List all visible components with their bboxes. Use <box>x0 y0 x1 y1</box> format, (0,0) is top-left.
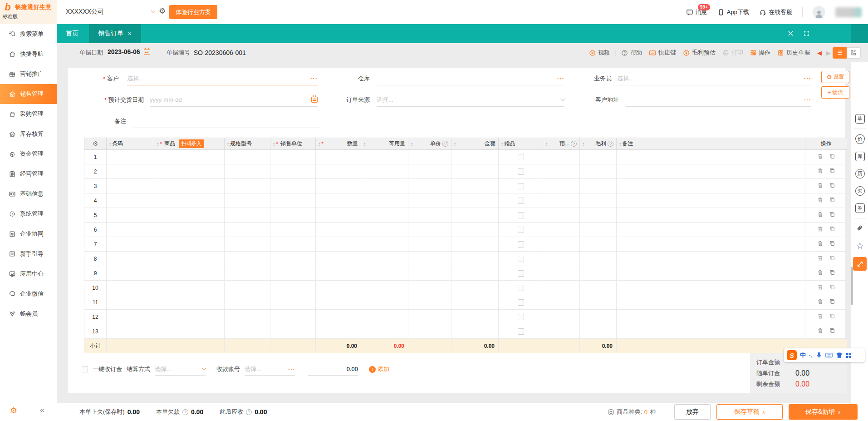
grid-cell-spec[interactable] <box>225 179 270 193</box>
grid-cell-unit[interactable] <box>270 281 316 295</box>
grid-cell-remark[interactable] <box>617 150 805 164</box>
grid-cell-barcode[interactable] <box>107 237 154 252</box>
grid-cell-amount[interactable] <box>451 295 499 310</box>
grid-cell-unit[interactable] <box>270 252 316 266</box>
quick-deposit-checkbox[interactable] <box>82 366 88 372</box>
avatar[interactable] <box>813 6 825 19</box>
sidebar-item-member[interactable]: 畅会员 <box>0 304 57 324</box>
delivery-date-field[interactable] <box>150 93 318 107</box>
ime-mode-chinese[interactable]: 中 <box>800 351 806 359</box>
close-all-icon[interactable] <box>788 30 794 38</box>
grid-cell-pre[interactable] <box>543 179 580 193</box>
sidebar-item-money[interactable]: 资金管理 <box>0 144 57 164</box>
warehouse-input[interactable] <box>377 75 555 82</box>
sort-arrows-icon[interactable]: ▴▾ <box>227 142 229 146</box>
grid-cell-pre[interactable] <box>543 295 580 310</box>
sort-arrows-icon[interactable]: ▴▾ <box>109 142 111 146</box>
toolbar-keys-button[interactable]: 快捷键 <box>649 49 676 57</box>
skin-icon[interactable] <box>836 352 843 358</box>
strip-arrears-button[interactable]: 欠 <box>851 182 868 199</box>
copy-icon[interactable] <box>829 153 835 159</box>
trash-icon[interactable] <box>817 313 824 319</box>
gift-checkbox[interactable] <box>518 227 524 233</box>
sidebar-item-idcard[interactable]: 基础信息 <box>0 184 57 204</box>
grid-cell-spec[interactable] <box>225 310 270 324</box>
grid-cell-avail[interactable] <box>361 164 408 179</box>
sidebar-item-bag[interactable]: 采购管理 <box>0 104 57 124</box>
remark-field[interactable] <box>133 114 320 128</box>
copy-icon[interactable] <box>829 226 835 232</box>
keyboard-icon[interactable] <box>825 352 833 358</box>
toolbar-history-button[interactable]: 历史单据 <box>777 49 810 57</box>
trash-icon[interactable] <box>817 182 824 188</box>
grid-cell-pre[interactable] <box>543 252 580 266</box>
grid-cell-avail[interactable] <box>361 237 408 252</box>
sidebar-settings-gear-icon[interactable]: ⚙ <box>10 406 17 415</box>
sidebar-item-warehouse[interactable]: 库存核算 <box>0 124 57 144</box>
sidebar-item-clipboard[interactable]: 经营管理 <box>0 164 57 184</box>
trash-icon[interactable] <box>817 298 824 305</box>
gift-checkbox[interactable] <box>518 285 524 291</box>
grid-cell-barcode[interactable] <box>107 324 154 339</box>
strip-draft-button[interactable]: 草 <box>851 110 868 127</box>
grid-cell-price[interactable] <box>408 310 451 324</box>
grid-cell-product[interactable] <box>154 310 225 324</box>
grid-cell-qty[interactable] <box>316 164 361 179</box>
help-icon[interactable]: ? <box>608 141 613 147</box>
gift-checkbox[interactable] <box>518 299 524 306</box>
grid-cell-pre[interactable] <box>543 281 580 295</box>
column-header-product[interactable]: ▴▾*商品扫码录入 <box>154 138 225 150</box>
grid-cell-spec[interactable] <box>225 266 270 281</box>
column-header-avail[interactable]: ▴▾可用量 <box>361 138 408 150</box>
grid-cell-price[interactable] <box>408 179 451 193</box>
help-icon[interactable]: ? <box>246 409 252 415</box>
grid-cell-unit[interactable] <box>270 164 316 179</box>
trash-icon[interactable] <box>817 211 824 218</box>
grid-cell-barcode[interactable] <box>107 252 154 266</box>
copy-icon[interactable] <box>829 197 835 203</box>
sidebar-item-home[interactable]: 快捷导航 <box>0 44 57 64</box>
sort-arrows-icon[interactable]: ▴▾ <box>157 142 158 146</box>
grid-cell-profit[interactable] <box>580 266 617 281</box>
help-icon[interactable]: ? <box>182 409 188 415</box>
trash-icon[interactable] <box>817 269 824 276</box>
column-header-qty[interactable]: ▴▾*数量 <box>316 138 361 150</box>
grid-cell-qty[interactable] <box>316 150 361 164</box>
mic-icon[interactable] <box>816 352 822 358</box>
grid-cell-barcode[interactable] <box>107 281 154 295</box>
grid-cell-barcode[interactable] <box>107 193 154 208</box>
grid-cell-unit[interactable] <box>270 295 316 310</box>
grid-cell-product[interactable] <box>154 266 225 281</box>
grid-cell-amount[interactable] <box>451 208 499 223</box>
grid-cell-product[interactable] <box>154 179 225 193</box>
grid-cell-profit[interactable] <box>580 237 617 252</box>
grid-cell-amount[interactable] <box>451 237 499 252</box>
trash-icon[interactable] <box>817 197 824 203</box>
grid-cell-amount[interactable] <box>451 150 499 164</box>
trash-icon[interactable] <box>817 153 824 159</box>
grid-cell-spec[interactable] <box>225 193 270 208</box>
address-more-icon[interactable]: ··· <box>802 96 811 103</box>
grid-cell-spec[interactable] <box>225 223 270 237</box>
order-source-input[interactable] <box>377 96 561 103</box>
grid-cell-spec[interactable] <box>225 252 270 266</box>
grid-cell-product[interactable] <box>154 223 225 237</box>
copy-icon[interactable] <box>829 168 835 174</box>
copy-icon[interactable] <box>829 240 835 247</box>
grid-cell-pre[interactable] <box>543 324 580 339</box>
app-download-button[interactable]: App下载 <box>717 8 749 16</box>
sidebar-item-appcenter[interactable]: 应用中心 <box>0 264 57 284</box>
account-more-icon[interactable]: ··· <box>286 366 295 372</box>
sort-arrows-icon[interactable]: ▴▾ <box>583 142 584 146</box>
grid-cell-avail[interactable] <box>361 281 408 295</box>
sort-arrows-icon[interactable]: ▴▾ <box>273 142 275 146</box>
grid-cell-remark[interactable] <box>617 310 805 324</box>
copy-icon[interactable] <box>829 284 835 290</box>
customer-address-input[interactable] <box>626 96 802 103</box>
grid-cell-profit[interactable] <box>580 193 617 208</box>
settle-method-input[interactable] <box>155 366 202 372</box>
grid-cell-price[interactable] <box>408 266 451 281</box>
warehouse-field[interactable]: ··· <box>377 72 564 85</box>
grid-cell-avail[interactable] <box>361 266 408 281</box>
grid-cell-remark[interactable] <box>617 324 805 339</box>
